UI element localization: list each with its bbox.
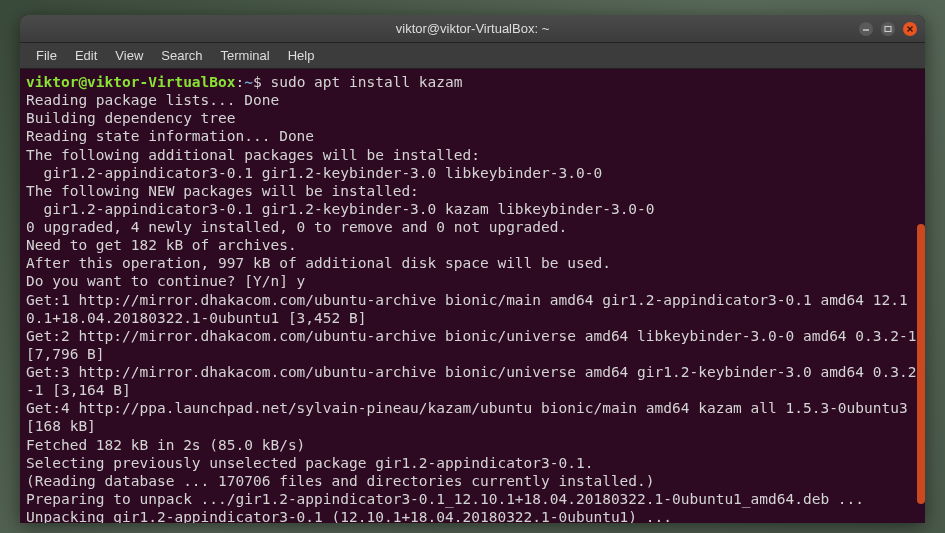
minimize-icon xyxy=(862,25,870,33)
menu-view[interactable]: View xyxy=(107,45,151,66)
output-line: 0 upgraded, 4 newly installed, 0 to remo… xyxy=(26,218,919,236)
output-line: Get:4 http://ppa.launchpad.net/sylvain-p… xyxy=(26,399,919,435)
output-line: The following additional packages will b… xyxy=(26,146,919,164)
prompt-path: ~ xyxy=(244,74,253,90)
output-line: gir1.2-appindicator3-0.1 gir1.2-keybinde… xyxy=(26,164,919,182)
command-text: sudo apt install kazam xyxy=(270,74,462,90)
output-line: After this operation, 997 kB of addition… xyxy=(26,254,919,272)
menu-file[interactable]: File xyxy=(28,45,65,66)
scrollbar[interactable] xyxy=(917,224,925,504)
menu-help[interactable]: Help xyxy=(280,45,323,66)
maximize-icon xyxy=(884,25,892,33)
prompt-line: viktor@viktor-VirtualBox:~$ sudo apt ins… xyxy=(26,73,919,91)
output-line: Need to get 182 kB of archives. xyxy=(26,236,919,254)
maximize-button[interactable] xyxy=(881,22,895,36)
minimize-button[interactable] xyxy=(859,22,873,36)
prompt-colon: : xyxy=(236,74,245,90)
window-controls xyxy=(859,22,917,36)
menu-search[interactable]: Search xyxy=(153,45,210,66)
output-line: The following NEW packages will be insta… xyxy=(26,182,919,200)
output-line: (Reading database ... 170706 files and d… xyxy=(26,472,919,490)
output-line: Fetched 182 kB in 2s (85.0 kB/s) xyxy=(26,436,919,454)
output-line: Selecting previously unselected package … xyxy=(26,454,919,472)
prompt-user-host: viktor@viktor-VirtualBox xyxy=(26,74,236,90)
prompt-dollar: $ xyxy=(253,74,270,90)
output-line: Get:1 http://mirror.dhakacom.com/ubuntu-… xyxy=(26,291,919,327)
terminal-body[interactable]: viktor@viktor-VirtualBox:~$ sudo apt ins… xyxy=(20,69,925,523)
output-line: Get:2 http://mirror.dhakacom.com/ubuntu-… xyxy=(26,327,919,363)
output-line: Reading package lists... Done xyxy=(26,91,919,109)
terminal-window: viktor@viktor-VirtualBox: ~ File Edit Vi… xyxy=(20,15,925,523)
output-line: Do you want to continue? [Y/n] y xyxy=(26,272,919,290)
output-line: gir1.2-appindicator3-0.1 gir1.2-keybinde… xyxy=(26,200,919,218)
menubar: File Edit View Search Terminal Help xyxy=(20,43,925,69)
window-title: viktor@viktor-VirtualBox: ~ xyxy=(396,21,549,36)
svg-rect-1 xyxy=(885,26,891,31)
menu-edit[interactable]: Edit xyxy=(67,45,105,66)
output-line: Building dependency tree xyxy=(26,109,919,127)
menu-terminal[interactable]: Terminal xyxy=(213,45,278,66)
titlebar: viktor@viktor-VirtualBox: ~ xyxy=(20,15,925,43)
output-line: Preparing to unpack .../gir1.2-appindica… xyxy=(26,490,919,508)
output-line: Unpacking gir1.2-appindicator3-0.1 (12.1… xyxy=(26,508,919,523)
close-button[interactable] xyxy=(903,22,917,36)
close-icon xyxy=(906,25,914,33)
output-line: Reading state information... Done xyxy=(26,127,919,145)
output-line: Get:3 http://mirror.dhakacom.com/ubuntu-… xyxy=(26,363,919,399)
